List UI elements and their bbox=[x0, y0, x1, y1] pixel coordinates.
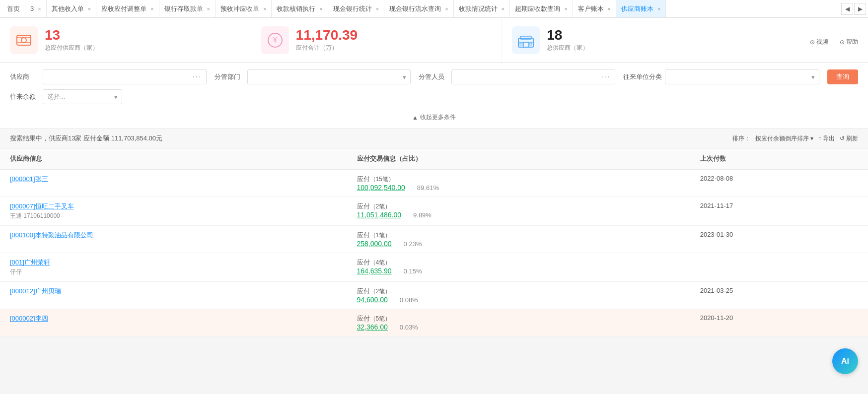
nav-tab-prepay[interactable]: 预收冲应收单× bbox=[216, 0, 272, 18]
supplier-sub-1: 王通 17106110000 bbox=[10, 212, 337, 220]
tx-amount-row-1: 11,051,486.009.89% bbox=[357, 211, 680, 219]
tab-close-cashflow[interactable]: × bbox=[445, 6, 448, 12]
tab-close-adjust[interactable]: × bbox=[150, 6, 153, 12]
supplier-link-1[interactable]: [000007]恒旺二手叉车 bbox=[10, 202, 74, 210]
payable-suppliers-number: 13 bbox=[45, 28, 98, 43]
table-row: [001]广州荣轩仔仔应付（4笔）164,635.900.15% bbox=[0, 253, 868, 282]
tx-amount-5[interactable]: 32,366.00 bbox=[357, 323, 388, 331]
balance-select[interactable]: 选择... ▾ bbox=[43, 89, 122, 104]
svg-text:¥: ¥ bbox=[272, 36, 277, 44]
cell-supplier-info-0: [000001]张三 bbox=[0, 170, 347, 197]
dept-dropdown-icon: ▾ bbox=[403, 73, 406, 81]
tab-close-prepay[interactable]: × bbox=[263, 6, 266, 12]
tab-close-income[interactable]: × bbox=[88, 6, 91, 12]
person-input[interactable]: ··· bbox=[451, 69, 615, 84]
tx-amount-row-5: 32,366.000.03% bbox=[357, 323, 680, 331]
stat-payable-suppliers: 13 总应付供应商（家） bbox=[0, 18, 251, 62]
collapse-button[interactable]: ▲ 收起更多条件 bbox=[406, 112, 462, 123]
sort-label: 排序： bbox=[732, 134, 750, 143]
filter-row-1: 供应商 ··· 分管部门 ▾ 分管人员 ··· 往来单位分类 ▾ bbox=[10, 69, 858, 84]
balance-label: 往来余额 bbox=[10, 92, 40, 101]
nav-tab-adjust[interactable]: 应收应付调整单× bbox=[96, 0, 159, 18]
help-icon: ⊙ bbox=[840, 39, 845, 46]
supplier-link-3[interactable]: [001]广州荣轩 bbox=[10, 259, 50, 266]
collapse-bar: ▲ 收起更多条件 bbox=[10, 109, 858, 124]
nav-tab-custbook[interactable]: 客户账本× bbox=[573, 0, 616, 18]
nav-tab-suppbook[interactable]: 供应商账本× bbox=[616, 0, 666, 18]
nav-prev-button[interactable]: ◀ bbox=[841, 3, 853, 15]
tab-close-bank[interactable]: × bbox=[207, 6, 210, 12]
table-container: 供应商信息 应付交易信息（占比） 上次付数 [000001]张三应付（15笔）1… bbox=[0, 148, 868, 336]
tx-label-2: 应付（1笔） bbox=[357, 231, 680, 240]
tx-amount-2[interactable]: 258,000.00 bbox=[357, 240, 392, 248]
cell-tx-info-3: 应付（4笔）164,635.900.15% bbox=[347, 253, 690, 282]
stats-bar: 13 总应付供应商（家） ¥ 11,170.39 应付合计（万） bbox=[0, 18, 868, 63]
tx-percent-3: 0.15% bbox=[404, 267, 422, 275]
svg-rect-11 bbox=[529, 43, 532, 45]
svg-rect-0 bbox=[17, 35, 31, 45]
svg-rect-10 bbox=[520, 43, 522, 45]
header-supplier-info: 供应商信息 bbox=[0, 148, 347, 170]
total-suppliers-number: 18 bbox=[547, 28, 588, 43]
tab-close-recstat[interactable]: × bbox=[502, 6, 505, 12]
nav-tab-bank[interactable]: 银行存取款单× bbox=[159, 0, 216, 18]
tab-close-custbook[interactable]: × bbox=[608, 6, 611, 12]
supplier-link-2[interactable]: [000100]本特勤油品有限公司 bbox=[10, 231, 93, 239]
tx-amount-3[interactable]: 164,635.90 bbox=[357, 267, 392, 275]
supplier-link-0[interactable]: [000001]张三 bbox=[10, 175, 48, 183]
tab-close-cashstat[interactable]: × bbox=[376, 6, 379, 12]
payable-suppliers-label: 总应付供应商（家） bbox=[45, 44, 98, 52]
svg-rect-9 bbox=[523, 42, 528, 47]
balance-placeholder: 选择... bbox=[47, 92, 66, 101]
nav-tab-tab3[interactable]: 3× bbox=[25, 0, 47, 18]
nav-arrows: ◀ ▶ bbox=[841, 3, 866, 15]
category-dropdown-icon: ▾ bbox=[811, 73, 815, 81]
dept-select[interactable]: ▾ bbox=[247, 69, 411, 84]
person-label: 分管人员 bbox=[419, 72, 448, 81]
total-suppliers-label: 总供应商（家） bbox=[547, 44, 588, 52]
tx-amount-4[interactable]: 94,600.00 bbox=[357, 296, 388, 304]
tab-close-tab3[interactable]: × bbox=[38, 6, 41, 12]
tx-label-4: 应付（2笔） bbox=[357, 287, 680, 296]
tab-close-verify[interactable]: × bbox=[319, 6, 322, 12]
person-dots[interactable]: ··· bbox=[601, 72, 610, 81]
cell-supplier-info-4: [000012]广州贝瑞 bbox=[0, 282, 347, 309]
last-pay-value-4: 2021-03-25 bbox=[700, 287, 733, 294]
video-link[interactable]: ⊙ 视频 bbox=[810, 38, 828, 46]
tab-close-suppbook[interactable]: × bbox=[657, 6, 660, 12]
supplier-sub-3: 仔仔 bbox=[10, 268, 337, 276]
supplier-dots[interactable]: ··· bbox=[192, 72, 202, 81]
nav-tab-verify[interactable]: 收款核销执行× bbox=[272, 0, 328, 18]
help-link[interactable]: ⊙ 帮助 bbox=[840, 38, 858, 46]
filter-supplier: 供应商 ··· bbox=[10, 69, 207, 84]
dept-label: 分管部门 bbox=[215, 72, 244, 81]
cell-supplier-info-5: [000002]李四 bbox=[0, 309, 347, 336]
sort-value[interactable]: 按应付余额倒序排序 ▾ bbox=[755, 134, 813, 143]
nav-tab-recstat[interactable]: 收款情况统计× bbox=[454, 0, 510, 18]
nav-tab-income[interactable]: 其他收入单× bbox=[47, 0, 96, 18]
supplier-input[interactable]: ··· bbox=[43, 69, 207, 84]
supplier-link-5[interactable]: [000002]李四 bbox=[10, 315, 48, 322]
payable-total-label: 应付合计（万） bbox=[296, 44, 358, 52]
nav-next-button[interactable]: ▶ bbox=[854, 3, 866, 15]
export-button[interactable]: ↑ 导出 bbox=[818, 134, 835, 143]
supplier-link-4[interactable]: [000012]广州贝瑞 bbox=[10, 287, 61, 295]
query-button[interactable]: 查询 bbox=[827, 69, 858, 84]
tx-percent-4: 0.08% bbox=[400, 296, 418, 304]
nav-tab-home[interactable]: 首页 bbox=[2, 0, 25, 18]
tx-amount-row-0: 100,092,540.0089.61% bbox=[357, 184, 680, 192]
filter-category: 往来单位分类 ▾ bbox=[623, 69, 820, 84]
cell-last-pay-1: 2021-11-17 bbox=[690, 197, 868, 226]
tab-close-overdue[interactable]: × bbox=[564, 6, 567, 12]
nav-tab-overdue[interactable]: 超期应收款查询× bbox=[510, 0, 573, 18]
tx-amount-0[interactable]: 100,092,540.00 bbox=[357, 184, 405, 192]
category-select[interactable]: ▾ bbox=[665, 69, 820, 84]
payable-total-number: 11,170.39 bbox=[296, 28, 358, 43]
nav-tab-cashstat[interactable]: 现金银行统计× bbox=[328, 0, 384, 18]
sort-dropdown-icon: ▾ bbox=[810, 135, 813, 142]
nav-tab-cashflow[interactable]: 现金银行流水查询× bbox=[384, 0, 453, 18]
payable-total-icon: ¥ bbox=[261, 26, 289, 54]
refresh-button[interactable]: ↺ 刷新 bbox=[840, 134, 858, 143]
payable-suppliers-icon bbox=[10, 26, 38, 54]
tx-amount-1[interactable]: 11,051,486.00 bbox=[357, 211, 402, 219]
